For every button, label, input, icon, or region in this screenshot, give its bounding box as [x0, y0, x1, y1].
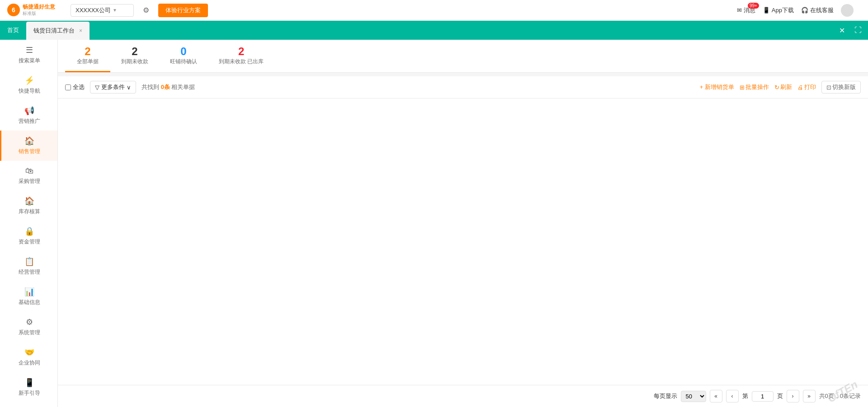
filter-icon: ▽ — [95, 84, 99, 91]
search-menu-icon: ☰ — [26, 45, 33, 55]
main-layout: ☰ 搜索菜单 ⚡ 快捷导航 📢 营销推广 🏠 销售管理 🛍 采购管理 🏠 库存核… — [0, 40, 868, 407]
basic-info-icon: 📊 — [24, 287, 34, 297]
stats-tab-all[interactable]: 2 全部单据 — [65, 40, 110, 72]
stats-tab-overdue[interactable]: 2 到期未收款 — [110, 40, 159, 72]
sidebar-item-finance[interactable]: 🔒 资金管理 — [0, 221, 57, 251]
page-suffix: 页 — [777, 392, 783, 400]
message-icon: ✉ — [737, 7, 742, 14]
sidebar-label-operations: 经营管理 — [19, 268, 40, 276]
stats-count-shipped: 2 — [238, 45, 244, 58]
message-button[interactable]: ✉ 消息 99+ — [737, 6, 755, 14]
tab-bar: 首页 钱货日清工作台 × ✕ ⛶ — [0, 21, 868, 40]
online-service-button[interactable]: 🎧 在线客服 — [801, 6, 834, 14]
sidebar: ☰ 搜索菜单 ⚡ 快捷导航 📢 营销推广 🏠 销售管理 🛍 采购管理 🏠 库存核… — [0, 40, 58, 407]
logo-area: 6 畅捷通好生意 标准版 — [7, 4, 65, 16]
prev-page-button[interactable]: ‹ — [726, 390, 739, 402]
sales-icon: 🏠 — [24, 136, 34, 146]
operations-icon: 📋 — [24, 257, 34, 267]
print-button[interactable]: 🖨 打印 — [797, 83, 816, 91]
tab-expand-button[interactable]: ⛶ — [852, 24, 864, 37]
print-icon: 🖨 — [797, 84, 803, 91]
guide-icon: 📱 — [24, 378, 34, 388]
tab-home[interactable]: 首页 — [0, 21, 26, 40]
stats-tab-shipped[interactable]: 2 到期未收款 已出库 — [208, 40, 274, 72]
filter-label: 更多条件 — [101, 83, 125, 91]
select-all-input[interactable] — [65, 84, 71, 90]
sidebar-item-sales[interactable]: 🏠 销售管理 — [0, 131, 57, 161]
logo-sub: 标准版 — [23, 10, 55, 17]
stats-tab-pending[interactable]: 0 旺铺待确认 — [159, 40, 208, 72]
batch-label: 批量操作 — [745, 83, 769, 91]
sidebar-label-sales: 销售管理 — [19, 148, 40, 155]
sidebar-item-inventory[interactable]: 🏠 库存核算 — [0, 191, 57, 221]
tab-current[interactable]: 钱货日清工作台 × — [26, 22, 90, 40]
toolbar: 全选 ▽ 更多条件 ∨ 共找到 0条 相关单据 + 新增销货单 ⊞ 批量操作 — [58, 76, 868, 98]
filter-chevron-icon: ∨ — [127, 84, 131, 91]
settings-button[interactable]: ⚙ — [139, 4, 153, 17]
last-page-button[interactable]: » — [803, 390, 816, 402]
sidebar-item-operations[interactable]: 📋 经营管理 — [0, 251, 57, 281]
message-badge: 99+ — [748, 3, 759, 9]
refresh-label: 刷新 — [780, 83, 792, 91]
page-number-input[interactable] — [752, 391, 774, 402]
select-all-checkbox[interactable]: 全选 — [65, 83, 85, 91]
pagination: 每页显示 50 100 200 « ‹ 第 页 › » 共0页，0条记录 — [58, 385, 868, 407]
sidebar-item-quick-nav[interactable]: ⚡ 快捷导航 — [0, 70, 57, 100]
finance-icon: 🔒 — [24, 226, 34, 236]
batch-operation-button[interactable]: ⊞ 批量操作 — [740, 83, 769, 91]
batch-icon: ⊞ — [740, 84, 745, 91]
tab-close-icon[interactable]: × — [79, 28, 82, 34]
sidebar-label-inventory: 库存核算 — [19, 208, 40, 215]
page-label: 第 — [742, 392, 748, 400]
sidebar-item-app-center[interactable]: 🎁 应用中心 — [0, 402, 57, 407]
found-suffix: 相关单据 — [171, 84, 195, 90]
sidebar-item-system[interactable]: ⚙ 系统管理 — [0, 312, 57, 342]
sidebar-item-guide[interactable]: 📱 新手引导 — [0, 372, 57, 402]
app-download-button[interactable]: 📱 App下载 — [763, 6, 794, 14]
found-count: 0条 — [161, 84, 170, 90]
sidebar-label-purchase: 采购管理 — [19, 178, 40, 185]
stats-count-overdue: 2 — [132, 45, 137, 58]
next-page-button[interactable]: › — [787, 390, 799, 402]
add-sale-button[interactable]: + 新增销货单 — [700, 83, 734, 91]
per-page-select[interactable]: 50 100 200 — [681, 391, 706, 402]
service-icon: 🎧 — [801, 7, 808, 14]
sidebar-item-cooperation[interactable]: 🤝 企业协同 — [0, 342, 57, 372]
sidebar-item-marketing[interactable]: 📢 营销推广 — [0, 100, 57, 131]
sidebar-item-basic-info[interactable]: 📊 基础信息 — [0, 281, 57, 312]
tab-minimize-button[interactable]: ✕ — [835, 24, 848, 37]
refresh-button[interactable]: ↻ 刷新 — [774, 83, 792, 91]
toolbar-right: + 新增销货单 ⊞ 批量操作 ↻ 刷新 🖨 打印 ⊡ 切换新版 — [700, 81, 861, 94]
sidebar-label-marketing: 营销推广 — [19, 117, 40, 125]
quick-nav-icon: ⚡ — [24, 75, 34, 85]
switch-icon: ⊡ — [826, 84, 831, 91]
stats-label-shipped: 到期未收款 已出库 — [219, 58, 264, 65]
sidebar-label-guide: 新手引导 — [19, 389, 40, 397]
sidebar-item-purchase[interactable]: 🛍 采购管理 — [0, 161, 57, 191]
empty-state — [58, 98, 868, 279]
first-page-button[interactable]: « — [710, 390, 722, 402]
logo-icon: 6 — [7, 4, 20, 16]
system-icon: ⚙ — [26, 317, 33, 327]
logo-text-area: 畅捷通好生意 标准版 — [23, 4, 55, 16]
company-selector[interactable]: XXXXXX公司 ▼ — [71, 4, 134, 17]
stats-count-pending: 0 — [180, 45, 186, 58]
company-name: XXXXXX公司 — [75, 6, 111, 14]
app-icon: 📱 — [763, 7, 770, 14]
header-left: 6 畅捷通好生意 标准版 XXXXXX公司 ▼ ⚙ 体验行业方案 — [7, 4, 208, 17]
toolbar-left: 全选 ▽ 更多条件 ∨ 共找到 0条 相关单据 — [65, 81, 195, 94]
top-header: 6 畅捷通好生意 标准版 XXXXXX公司 ▼ ⚙ 体验行业方案 ✉ 消息 99… — [0, 0, 868, 21]
sidebar-label-quick-nav: 快捷导航 — [19, 87, 40, 95]
avatar[interactable] — [841, 4, 854, 17]
cooperation-icon: 🤝 — [24, 347, 34, 357]
select-all-label: 全选 — [73, 83, 85, 91]
sidebar-item-search-menu[interactable]: ☰ 搜索菜单 — [0, 40, 57, 70]
purchase-icon: 🛍 — [25, 166, 33, 176]
found-text: 共找到 0条 相关单据 — [142, 83, 195, 91]
stats-label-all: 全部单据 — [77, 58, 99, 65]
switch-version-button[interactable]: ⊡ 切换新版 — [821, 81, 861, 94]
filter-button[interactable]: ▽ 更多条件 ∨ — [90, 81, 136, 94]
trial-button[interactable]: 体验行业方案 — [158, 4, 208, 17]
app-label: App下载 — [772, 6, 794, 14]
found-prefix: 共找到 — [142, 84, 159, 90]
